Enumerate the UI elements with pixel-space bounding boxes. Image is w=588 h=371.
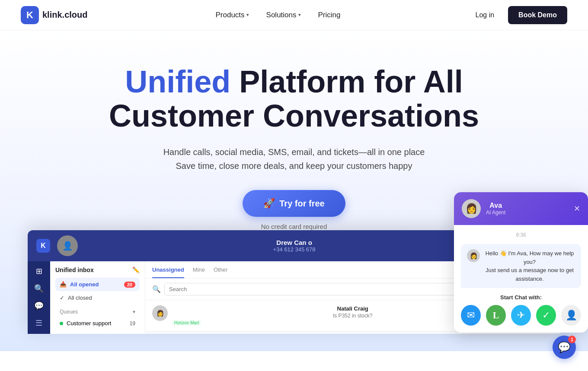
login-button[interactable]: Log in (469, 8, 502, 22)
channel-email-button[interactable]: ✉ (461, 305, 481, 326)
rocket-icon: 🚀 (263, 198, 275, 209)
channel-whatsapp-button[interactable]: ✓ (536, 305, 556, 326)
tab-unassigned[interactable]: Unassigned (152, 266, 184, 278)
filter-all-opened[interactable]: 📥 All opened 20 (55, 278, 140, 291)
conv-tag: Horizon Mart (172, 320, 201, 326)
channel-telegram-button[interactable]: ✈ (511, 305, 531, 326)
chat-close-button[interactable]: ✕ (574, 204, 580, 213)
db-sidebar: Unified inbox ✏️ 📥 All opened 20 ✓ All c… (50, 261, 145, 334)
check-icon: ✓ (60, 295, 64, 301)
logo-icon: K (21, 6, 39, 24)
db-sidebar-icons: ⊞ 🔍 💬 ☰ (28, 261, 50, 334)
chat-agent-role: AI Agent (486, 209, 505, 216)
chat-bubble-avatar: 👩 (467, 249, 480, 262)
start-chat-label: Start Chat with: (461, 294, 581, 301)
search-icon: 🔍 (152, 285, 161, 293)
expand-icon[interactable]: ▾ (133, 309, 135, 315)
db-logo: K (36, 239, 50, 253)
db-caller-phone: +34 612 345 678 (85, 246, 504, 253)
try-for-free-button[interactable]: 🚀 Try for free (243, 190, 345, 217)
chat-widget-header: 👩 Ava AI Agent ✕ (454, 192, 588, 225)
queue-item[interactable]: Customer support 19 (55, 317, 140, 329)
channel-line-button[interactable]: L (486, 305, 506, 326)
nav-pricing[interactable]: Pricing (316, 7, 342, 23)
chat-icon[interactable]: 💬 (34, 301, 44, 311)
queue-dot (60, 322, 63, 325)
chat-widget: 👩 Ava AI Agent ✕ 9:36 👩 Hello 👋 I'm Ava,… (454, 192, 588, 333)
inbox-icon: 📥 (60, 281, 67, 288)
brand-name: klink.cloud (42, 10, 87, 20)
floating-chat-badge: 1 (568, 336, 576, 343)
db-caller-avatar: 👤 (57, 235, 78, 256)
tab-other[interactable]: Other (214, 266, 228, 278)
opened-badge: 20 (124, 282, 135, 288)
home-icon[interactable]: ⊞ (36, 266, 42, 276)
filter-all-closed[interactable]: ✓ All closed (55, 291, 140, 304)
queues-label: Queues (60, 309, 78, 315)
list-icon[interactable]: ☰ (35, 318, 42, 328)
chevron-down-icon: ▾ (298, 12, 301, 18)
chevron-down-icon: ▾ (246, 12, 249, 18)
tab-mine[interactable]: Mine (193, 266, 205, 278)
hero-section: Unified Platform for All Customer Conver… (0, 30, 588, 351)
conv-avatar: 👩 (152, 305, 168, 321)
nav-menu: Products ▾ Solutions ▾ Pricing (214, 7, 342, 23)
edit-icon[interactable]: ✏️ (132, 266, 140, 273)
chat-agent-avatar: 👩 (462, 199, 481, 218)
channel-agent-button[interactable]: 👤 (561, 305, 581, 326)
hero-title: Unified Platform for All Customer Conver… (99, 65, 489, 133)
db-caller-name: Drew Can o (85, 239, 504, 246)
nav-products[interactable]: Products ▾ (214, 7, 250, 23)
chat-timestamp: 9:36 (461, 232, 581, 238)
nav-solutions[interactable]: Solutions ▾ (265, 7, 303, 23)
sidebar-inbox-title: Unified inbox (55, 266, 94, 273)
book-demo-button[interactable]: Book Demo (508, 6, 567, 24)
navbar: K klink.cloud Products ▾ Solutions ▾ Pri… (0, 0, 588, 30)
nav-actions: Log in Book Demo (469, 6, 568, 24)
chat-channels: ✉ L ✈ ✓ 👤 (461, 305, 581, 326)
hero-subtitle: Handle calls, social media, SMS, email, … (10, 145, 578, 173)
chat-agent-name: Ava (486, 202, 505, 209)
chat-widget-body: 9:36 👩 Hello 👋 I'm Ava, How may we help … (454, 225, 588, 333)
logo-link[interactable]: K klink.cloud (21, 6, 87, 24)
search-icon[interactable]: 🔍 (34, 284, 44, 293)
chat-bubble: 👩 Hello 👋 I'm Ava, How may we help you? … (461, 244, 581, 288)
